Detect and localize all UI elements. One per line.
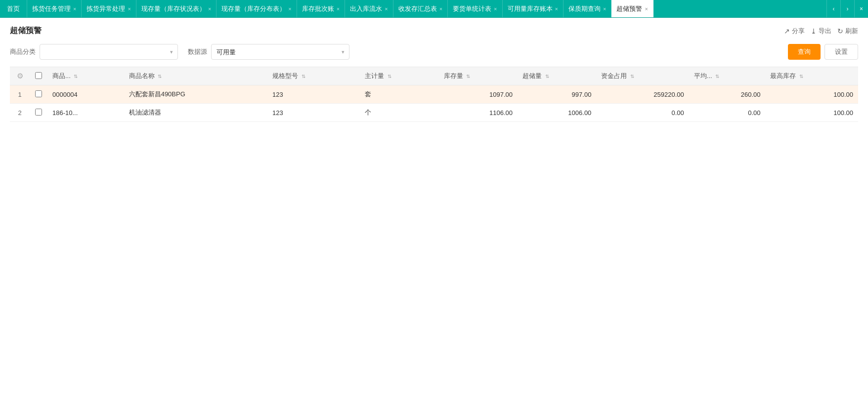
cell-max: 100.00 xyxy=(765,85,858,104)
tab-keyongliang[interactable]: 可用量库存账本 × xyxy=(503,0,564,17)
col-header-max: 最高库存 ⇅ xyxy=(765,67,858,85)
table-row: 1 0000004 六配套新昌490BPG 123 套 1097.00 997.… xyxy=(10,85,858,104)
tab-baozhi[interactable]: 保质期查询 × xyxy=(564,0,611,17)
tab-close-icon[interactable]: × xyxy=(337,6,340,12)
tab-close-icon[interactable]: × xyxy=(645,6,648,12)
tab-close-icon[interactable]: × xyxy=(128,6,130,12)
data-table: ⚙ 商品... ⇅ 商品名称 ⇅ 规格型号 ⇅ 主计量 xyxy=(10,67,858,122)
tab-close-icon[interactable]: × xyxy=(73,6,76,12)
cell-stock: 1097.00 xyxy=(439,85,518,104)
datasource-select[interactable]: 可用量 库存量 xyxy=(211,44,349,60)
category-filter-group: 商品分类 ▾ xyxy=(10,44,178,60)
col-settings: ⚙ xyxy=(10,67,30,85)
cell-capital: 0.00 xyxy=(596,104,689,122)
sort-icon[interactable]: ⇅ xyxy=(466,74,470,79)
col-header-over: 超储量 ⇅ xyxy=(518,67,596,85)
tab-chaochuyujing[interactable]: 超储预警 × xyxy=(611,0,653,17)
sort-icon[interactable]: ⇅ xyxy=(799,74,803,79)
page-header: 超储预警 ↗ 分享 ⤓ 导出 ↻ 刷新 xyxy=(10,26,858,36)
tab-xiancunliang-zhuangkuang[interactable]: 现存量（库存状况表） × xyxy=(136,0,217,17)
row-checkbox-cell xyxy=(30,104,47,122)
tab-close-icon[interactable]: × xyxy=(494,6,497,12)
tab-close-icon[interactable]: × xyxy=(439,6,442,12)
table-row: 2 186-10... 机油滤清器 123 个 1106.00 1006.00 … xyxy=(10,104,858,122)
refresh-icon: ↻ xyxy=(837,27,843,35)
cell-over: 997.00 xyxy=(518,85,596,104)
nav-next-button[interactable]: › xyxy=(840,0,854,17)
cell-spec: 123 xyxy=(267,104,360,122)
select-all-checkbox[interactable] xyxy=(35,72,42,79)
category-label: 商品分类 xyxy=(10,47,36,56)
settings-button[interactable]: 设置 xyxy=(825,44,858,60)
sort-icon[interactable]: ⇅ xyxy=(302,74,305,79)
page-title: 超储预警 xyxy=(10,26,42,36)
tab-xiancunliang-fenbu[interactable]: 现存量（库存分布表） × xyxy=(217,0,297,17)
category-select[interactable] xyxy=(40,44,178,60)
cell-avg: 260.00 xyxy=(689,85,766,104)
cell-name: 六配套新昌490BPG xyxy=(124,85,267,104)
sort-icon[interactable]: ⇅ xyxy=(158,74,162,79)
table-header-row: ⚙ 商品... ⇅ 商品名称 ⇅ 规格型号 ⇅ 主计量 xyxy=(10,67,858,85)
header-actions: ↗ 分享 ⤓ 导出 ↻ 刷新 xyxy=(784,27,858,36)
col-header-unit: 主计量 ⇅ xyxy=(360,67,438,85)
tab-jianhuoyichangchuli[interactable]: 拣货异常处理 × xyxy=(82,0,136,17)
cell-code: 0000004 xyxy=(47,85,124,104)
row-checkbox[interactable] xyxy=(35,109,42,116)
nav-close-button[interactable]: × xyxy=(854,0,868,17)
nav-prev-button[interactable]: ‹ xyxy=(826,0,840,17)
tab-close-icon[interactable]: × xyxy=(603,6,606,12)
col-header-name: 商品名称 ⇅ xyxy=(124,67,267,85)
tab-close-icon[interactable]: × xyxy=(208,6,211,12)
tab-close-icon[interactable]: × xyxy=(288,6,291,12)
share-icon: ↗ xyxy=(784,27,790,35)
cell-stock: 1106.00 xyxy=(439,104,518,122)
tab-kucunpicizhangh[interactable]: 库存批次账 × xyxy=(297,0,345,17)
tab-churukuliushui[interactable]: 出入库流水 × xyxy=(345,0,393,17)
export-button[interactable]: ⤓ 导出 xyxy=(811,27,831,36)
col-header-stock: 库存量 ⇅ xyxy=(439,67,518,85)
cell-spec: 123 xyxy=(267,85,360,104)
tab-shofacunhuizong[interactable]: 收发存汇总表 × xyxy=(393,0,448,17)
col-header-capital: 资金占用 ⇅ xyxy=(596,67,689,85)
page-content: 超储预警 ↗ 分享 ⤓ 导出 ↻ 刷新 商品分类 ▾ xyxy=(0,18,868,395)
tab-jianhuorenwuguanli[interactable]: 拣货任务管理 × xyxy=(27,0,82,17)
row-number: 2 xyxy=(10,104,30,122)
cell-code: 186-10... xyxy=(47,104,124,122)
cell-avg: 0.00 xyxy=(689,104,766,122)
export-icon: ⤓ xyxy=(811,27,817,35)
refresh-button[interactable]: ↻ 刷新 xyxy=(837,27,858,36)
gear-icon[interactable]: ⚙ xyxy=(17,72,23,80)
share-button[interactable]: ↗ 分享 xyxy=(784,27,805,36)
cell-name: 机油滤清器 xyxy=(124,104,267,122)
col-header-avg: 平均... ⇅ xyxy=(689,67,766,85)
row-checkbox-cell xyxy=(30,85,47,104)
cell-max: 100.00 xyxy=(765,104,858,122)
cell-over: 1006.00 xyxy=(518,104,596,122)
cell-unit: 个 xyxy=(360,104,438,122)
row-checkbox[interactable] xyxy=(35,90,42,97)
filter-right: 查询 设置 xyxy=(788,44,858,60)
nav-arrows: ‹ › × xyxy=(826,0,868,17)
sort-icon[interactable]: ⇅ xyxy=(74,74,78,79)
tab-close-icon[interactable]: × xyxy=(385,6,388,12)
cell-unit: 套 xyxy=(360,85,438,104)
col-checkbox-header xyxy=(30,67,47,85)
col-header-code: 商品... ⇅ xyxy=(47,67,124,85)
sort-icon[interactable]: ⇅ xyxy=(545,74,549,79)
sort-icon[interactable]: ⇅ xyxy=(630,74,634,79)
nav-home[interactable]: 首页 xyxy=(0,0,27,17)
tab-yaohuodantongji[interactable]: 要货单统计表 × xyxy=(448,0,502,17)
filter-row: 商品分类 ▾ 数据源 可用量 库存量 ▾ 查询 设置 xyxy=(10,44,858,60)
sort-icon[interactable]: ⇅ xyxy=(715,74,719,79)
query-button[interactable]: 查询 xyxy=(788,44,821,60)
top-navigation: 首页 拣货任务管理 × 拣货异常处理 × 现存量（库存状况表） × 现存量（库存… xyxy=(0,0,868,18)
sort-icon[interactable]: ⇅ xyxy=(388,74,391,79)
datasource-label: 数据源 xyxy=(188,47,207,56)
datasource-select-wrapper: 可用量 库存量 ▾ xyxy=(211,44,349,60)
col-header-spec: 规格型号 ⇅ xyxy=(267,67,360,85)
category-select-wrapper: ▾ xyxy=(40,44,178,60)
datasource-filter-group: 数据源 可用量 库存量 ▾ xyxy=(188,44,349,60)
tab-close-icon[interactable]: × xyxy=(555,6,558,12)
cell-capital: 259220.00 xyxy=(596,85,689,104)
row-number: 1 xyxy=(10,85,30,104)
